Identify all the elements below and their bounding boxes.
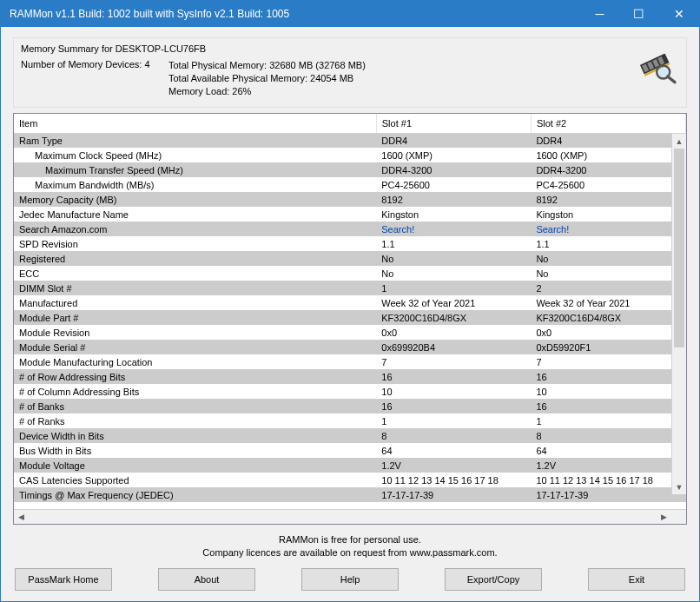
row-slot2: 0xD59920F1 (531, 340, 685, 354)
help-button[interactable]: Help (301, 568, 399, 591)
vscroll-track[interactable] (672, 149, 686, 480)
close-icon: ✕ (674, 7, 684, 21)
row-slot1: No (376, 266, 531, 281)
maximize-button[interactable]: ☐ (619, 1, 658, 27)
col-slot2[interactable]: Slot #2 (531, 114, 685, 133)
table-row[interactable]: Module Revision0x00x0 (14, 325, 686, 340)
row-slot2: No (531, 251, 685, 266)
row-slot2: 17-17-17-39 (531, 487, 685, 502)
scroll-down-button[interactable]: ▼ (672, 480, 686, 494)
titlebar[interactable]: RAMMon v1.1 Build: 1002 built with SysIn… (1, 1, 699, 27)
table-row[interactable]: # of Column Addressing Bits1010 (14, 384, 686, 399)
row-label: Maximum Clock Speed (MHz) (14, 148, 376, 162)
maximize-icon: ☐ (633, 7, 644, 21)
table-row[interactable]: RegisteredNoNo (14, 251, 686, 266)
scroll-corner (671, 510, 686, 524)
row-slot2: 1.1 (531, 236, 685, 251)
row-label: Module Voltage (14, 458, 376, 473)
row-label: ECC (14, 266, 376, 281)
scroll-up-button[interactable]: ▲ (672, 134, 686, 149)
row-slot2: 1.2V (531, 458, 685, 473)
table-row[interactable]: Maximum Clock Speed (MHz)1600 (XMP)1600 … (14, 148, 686, 162)
row-label: DIMM Slot # (14, 281, 376, 295)
export-copy-button[interactable]: Export/Copy (445, 568, 542, 591)
vscroll-thumb[interactable] (674, 149, 684, 347)
table-row[interactable]: Module Voltage1.2V1.2V (14, 458, 686, 473)
scroll-right-button[interactable]: ▶ (657, 510, 671, 524)
table-row[interactable]: DIMM Slot #12 (14, 281, 686, 295)
row-slot2[interactable]: Search! (531, 222, 685, 236)
row-label: # of Column Addressing Bits (14, 384, 376, 399)
main-window: RAMMon v1.1 Build: 1002 built with SysIn… (0, 0, 700, 602)
total-available: Total Available Physical Memory: 24054 M… (168, 72, 679, 85)
row-slot2: 8192 (531, 192, 685, 207)
row-slot1: Kingston (376, 207, 531, 222)
memory-details-grid: Item Slot #1 Slot #2 Ram TypeDDR4DDR4Max… (13, 113, 687, 525)
table-row[interactable]: CAS Latencies Supported10 11 12 13 14 15… (14, 473, 686, 487)
row-slot1: 10 (376, 384, 531, 399)
table-row[interactable]: Maximum Transfer Speed (MHz)DDR4-3200DDR… (14, 162, 686, 177)
row-slot1: KF3200C16D4/8GX (376, 310, 531, 325)
row-slot2: PC4-25600 (531, 177, 685, 192)
row-slot2: 2 (531, 281, 685, 295)
memory-summary-panel: Memory Summary for DESKTOP-LCU76FB Numbe… (13, 37, 687, 108)
table-row[interactable]: Timings @ Max Frequency (JEDEC)17-17-17-… (14, 487, 686, 502)
col-item[interactable]: Item (14, 114, 376, 133)
row-slot1: PC4-25600 (376, 177, 531, 192)
minimize-button[interactable]: ─ (580, 1, 619, 27)
row-label: Module Revision (14, 325, 376, 340)
table-row[interactable]: Maximum Bandwidth (MB/s)PC4-25600PC4-256… (14, 177, 686, 192)
button-row: PassMark Home About Help Export/Copy Exi… (13, 565, 687, 592)
horizontal-scrollbar[interactable]: ◀ ▶ (14, 509, 686, 524)
row-slot2: Week 32 of Year 2021 (531, 295, 685, 310)
row-slot2: 16 (531, 399, 685, 413)
row-slot1[interactable]: Search! (376, 222, 531, 236)
device-count: Number of Memory Devices: 4 (21, 59, 168, 98)
table-row[interactable]: Ram TypeDDR4DDR4 (14, 133, 686, 148)
table-row[interactable]: SPD Revision1.11.1 (14, 236, 686, 251)
table-row[interactable]: Module Manufacturing Location77 (14, 354, 686, 369)
table-scroll-area[interactable]: Item Slot #1 Slot #2 Ram TypeDDR4DDR4Max… (14, 114, 686, 509)
table-row[interactable]: # of Banks1616 (14, 399, 686, 413)
close-button[interactable]: ✕ (658, 1, 699, 27)
scroll-left-button[interactable]: ◀ (14, 510, 29, 524)
table-row[interactable]: ECCNoNo (14, 266, 686, 281)
vertical-scrollbar[interactable]: ▲ ▼ (671, 134, 686, 494)
about-button[interactable]: About (158, 568, 255, 591)
table-row[interactable]: Module Serial #0x699920B40xD59920F1 (14, 340, 686, 354)
col-slot1[interactable]: Slot #1 (376, 114, 531, 133)
row-slot2: 64 (531, 443, 685, 458)
row-slot2: 10 (531, 384, 685, 399)
summary-totals: Total Physical Memory: 32680 MB (32768 M… (168, 59, 679, 98)
hscroll-track[interactable] (29, 510, 657, 524)
row-slot1: 10 11 12 13 14 15 16 17 18 (376, 473, 531, 487)
table-row[interactable]: Bus Width in Bits6464 (14, 443, 686, 458)
row-label: # of Row Addressing Bits (14, 369, 376, 384)
svg-line-8 (668, 76, 675, 83)
window-title: RAMMon v1.1 Build: 1002 built with SysIn… (10, 8, 580, 20)
exit-button[interactable]: Exit (588, 568, 685, 591)
table-row[interactable]: Jedec Manufacture NameKingstonKingston (14, 207, 686, 222)
table-row[interactable]: # of Ranks11 (14, 413, 686, 428)
table-row[interactable]: Search Amazon.comSearch!Search! (14, 222, 686, 236)
row-slot1: 7 (376, 354, 531, 369)
table-row[interactable]: Memory Capacity (MB)81928192 (14, 192, 686, 207)
row-slot1: 1 (376, 413, 531, 428)
row-label: Timings @ Max Frequency (JEDEC) (14, 487, 376, 502)
row-slot2: 8 (531, 428, 685, 443)
row-slot1: 1 (376, 281, 531, 295)
row-label: Device Width in Bits (14, 428, 376, 443)
row-label: # of Banks (14, 399, 376, 413)
table-row[interactable]: Device Width in Bits88 (14, 428, 686, 443)
table-row[interactable]: ManufacturedWeek 32 of Year 2021Week 32 … (14, 295, 686, 310)
row-slot1: Week 32 of Year 2021 (376, 295, 531, 310)
row-slot1: 1600 (XMP) (376, 148, 531, 162)
row-label: Module Serial # (14, 340, 376, 354)
table-row[interactable]: Module Part #KF3200C16D4/8GXKF3200C16D4/… (14, 310, 686, 325)
ram-inspect-icon (636, 50, 679, 85)
passmark-home-button[interactable]: PassMark Home (15, 568, 112, 591)
row-label: Jedec Manufacture Name (14, 207, 376, 222)
table-row[interactable]: # of Row Addressing Bits1616 (14, 369, 686, 384)
row-slot1: 16 (376, 399, 531, 413)
row-slot1: 16 (376, 369, 531, 384)
